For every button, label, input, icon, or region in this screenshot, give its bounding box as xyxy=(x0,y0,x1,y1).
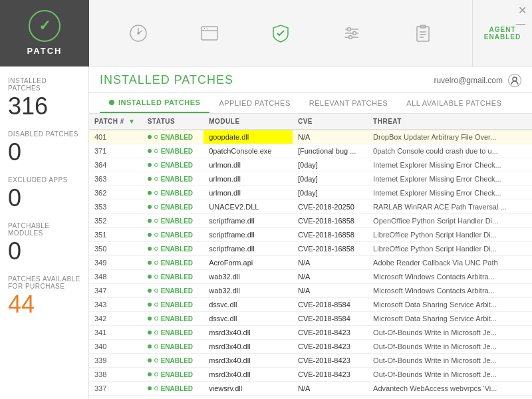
cell-status: ENABLED xyxy=(142,340,204,354)
table-header-row: PATCH # ▼ STATUS MODULE CVE THREAT xyxy=(89,114,532,130)
tab-all-available-patches[interactable]: ALL AVAILABLE PATCHES xyxy=(397,94,511,112)
user-avatar-icon[interactable] xyxy=(508,74,521,87)
col-cve[interactable]: CVE xyxy=(293,114,368,130)
cell-status: ENABLED xyxy=(142,200,204,214)
cell-cve: [0day] xyxy=(293,172,368,186)
status-text: ENABLED xyxy=(161,343,193,350)
status-text: ENABLED xyxy=(161,162,193,169)
patches-table-container[interactable]: PATCH # ▼ STATUS MODULE CVE THREAT 401 E… xyxy=(89,114,532,399)
status-dot-filled xyxy=(148,233,152,237)
svg-rect-12 xyxy=(417,27,429,41)
nav-sliders-icon[interactable] xyxy=(335,17,368,50)
table-row[interactable]: 343 ENABLED dssvc.dll CVE-2018-8584 Micr… xyxy=(89,298,532,312)
cell-cve: CVE-2018-8584 xyxy=(293,298,368,312)
table-row[interactable]: 340 ENABLED msrd3x40.dll CVE-2018-8423 O… xyxy=(89,340,532,354)
status-text: ENABLED xyxy=(161,203,193,211)
table-row[interactable]: 349 ENABLED AcroForm.api N/A Adobe Reade… xyxy=(89,256,532,270)
table-row[interactable]: 342 ENABLED dssvc.dll CVE-2018-8584 Micr… xyxy=(89,312,532,326)
cell-module: scriptframe.dll xyxy=(203,214,293,228)
sidebar: INSTALLED PATCHES 316 DISABLED PATCHES 0… xyxy=(0,66,89,399)
sidebar-label-purchase: PATCHES AVAILABLE FOR PURCHASE xyxy=(8,275,80,290)
cell-threat: Out-Of-Bounds Write in Microsoft Je... xyxy=(368,326,532,340)
table-row[interactable]: 363 ENABLED urlmon.dll [0day] Internet E… xyxy=(89,172,532,186)
table-row[interactable]: 347 ENABLED wab32.dll N/A Microsoft Wind… xyxy=(89,284,532,298)
main-content: INSTALLED PATCHES ruvelro@gmail.com INST… xyxy=(89,66,532,399)
content-area: INSTALLED PATCHES 316 DISABLED PATCHES 0… xyxy=(0,66,532,399)
cell-module: scriptframe.dll xyxy=(203,228,293,242)
cell-cve: CVE-2018-20250 xyxy=(293,200,368,214)
cell-threat: LibreOffice Python Script Handler Di... xyxy=(368,228,532,242)
status-indicator: ENABLED xyxy=(148,148,199,155)
tabs-bar: INSTALLED PATCHES APPLIED PATCHES RELEVA… xyxy=(89,93,532,114)
cell-module: urlmon.dll xyxy=(203,186,293,200)
svg-rect-2 xyxy=(201,27,217,40)
status-text: ENABLED xyxy=(161,329,193,336)
nav-dashboard-icon[interactable] xyxy=(122,17,155,50)
status-text: ENABLED xyxy=(161,231,193,239)
top-bar: ✓ PATCH A xyxy=(0,0,532,66)
table-row[interactable]: 338 ENABLED msrd3x40.dll CVE-2018-8423 O… xyxy=(89,368,532,382)
agent-status: ENABLED xyxy=(484,33,521,41)
user-email: ruvelro@gmail.com xyxy=(434,76,503,85)
cell-cve: CVE-2018-16858 xyxy=(293,214,368,228)
cell-module: 0patchConsole.exe xyxy=(203,144,293,158)
tab-applied-patches[interactable]: APPLIED PATCHES xyxy=(209,94,299,112)
col-threat[interactable]: THREAT xyxy=(368,114,532,130)
nav-window-icon[interactable] xyxy=(193,17,226,50)
cell-module: dssvc.dll xyxy=(203,298,293,312)
status-dot-filled xyxy=(148,317,152,321)
cell-status: ENABLED xyxy=(142,144,204,158)
tab-installed-patches[interactable]: INSTALLED PATCHES xyxy=(100,93,209,113)
table-row[interactable]: 337 ENABLED viewsrv.dll N/A Advantech We… xyxy=(89,382,532,396)
status-text: ENABLED xyxy=(161,176,193,183)
cell-patch-num: 336 xyxy=(89,396,142,400)
cell-cve: [0day] xyxy=(293,158,368,172)
status-indicator: ENABLED xyxy=(148,371,199,378)
cell-module: msrd3x40.dll xyxy=(203,340,293,354)
sidebar-installed-patches: INSTALLED PATCHES 316 xyxy=(8,77,80,118)
tab-relevant-patches[interactable]: RELEVANT PATCHES xyxy=(300,94,397,112)
table-row[interactable]: 341 ENABLED msrd3x40.dll CVE-2018-8423 O… xyxy=(89,326,532,340)
table-row[interactable]: 351 ENABLED scriptframe.dll CVE-2018-168… xyxy=(89,228,532,242)
status-dot-filled xyxy=(148,135,152,139)
patches-table: PATCH # ▼ STATUS MODULE CVE THREAT 401 E… xyxy=(89,114,532,399)
status-dot-outline xyxy=(154,247,158,251)
table-row[interactable]: 350 ENABLED scriptframe.dll CVE-2018-168… xyxy=(89,242,532,256)
status-dot-filled xyxy=(148,261,152,265)
status-dot-filled xyxy=(148,386,152,390)
cell-patch-num: 341 xyxy=(89,326,142,340)
table-row[interactable]: 371 ENABLED 0patchConsole.exe [Functiona… xyxy=(89,144,532,158)
cell-patch-num: 338 xyxy=(89,368,142,382)
table-row[interactable]: 362 ENABLED urlmon.dll [0day] Internet E… xyxy=(89,186,532,200)
table-row[interactable]: 336 ENABLED drawsrv.dll CVE-2017-16720 A… xyxy=(89,396,532,400)
table-row[interactable]: 353 ENABLED UNACEV2.DLL CVE-2018-20250 R… xyxy=(89,200,532,214)
cell-patch-num: 340 xyxy=(89,340,142,354)
cell-threat: 0patch Console could crash due to u... xyxy=(368,144,532,158)
cell-status: ENABLED xyxy=(142,396,204,400)
col-status[interactable]: STATUS xyxy=(142,114,204,130)
logo-section: ✓ PATCH xyxy=(0,0,89,66)
status-dot-filled xyxy=(148,149,152,153)
cell-module: urlmon.dll xyxy=(203,158,293,172)
col-patch-num[interactable]: PATCH # ▼ xyxy=(89,114,142,130)
minimize-button[interactable]: — xyxy=(516,19,525,28)
table-row[interactable]: 348 ENABLED wab32.dll N/A Microsoft Wind… xyxy=(89,270,532,284)
tab-installed-label: INSTALLED PATCHES xyxy=(118,98,200,106)
close-button[interactable]: ✕ xyxy=(518,5,527,16)
status-indicator: ENABLED xyxy=(148,190,199,197)
cell-threat: DropBox Updater Arbitrary File Over... xyxy=(368,130,532,144)
nav-clipboard-icon[interactable] xyxy=(406,17,440,50)
table-row[interactable]: 364 ENABLED urlmon.dll [0day] Internet E… xyxy=(89,158,532,172)
nav-shield-icon[interactable] xyxy=(264,17,297,50)
cell-module: viewsrv.dll xyxy=(203,382,293,396)
cell-status: ENABLED xyxy=(142,172,204,186)
cell-cve: CVE-2018-8423 xyxy=(293,354,368,368)
cell-patch-num: 349 xyxy=(89,256,142,270)
status-text: ENABLED xyxy=(161,357,193,364)
table-row[interactable]: 339 ENABLED msrd3x40.dll CVE-2018-8423 O… xyxy=(89,354,532,368)
table-row[interactable]: 352 ENABLED scriptframe.dll CVE-2018-168… xyxy=(89,214,532,228)
status-dot-outline xyxy=(154,205,158,209)
col-module[interactable]: MODULE xyxy=(203,114,293,130)
table-row[interactable]: 401 ENABLED goopdate.dll N/A DropBox Upd… xyxy=(89,130,532,144)
status-dot-outline xyxy=(154,219,158,223)
